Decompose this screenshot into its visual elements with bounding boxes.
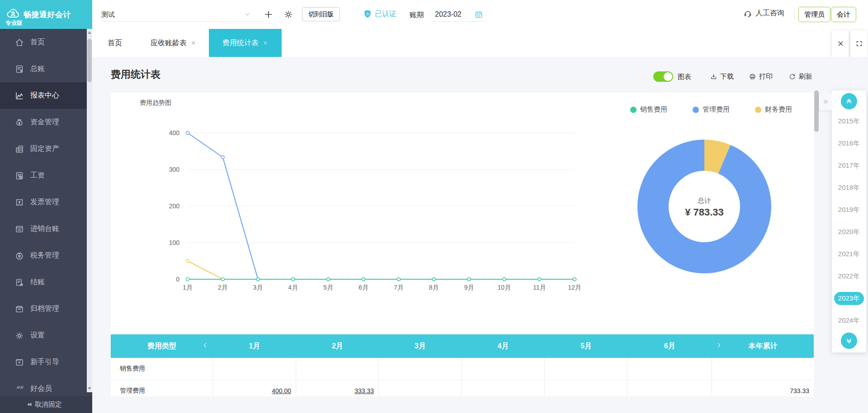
legend-item[interactable]: 财务费用 [755,105,792,114]
close-icon [837,40,844,47]
brand-logo[interactable]: 畅捷通好会计 专业版 [0,0,92,29]
chevron-down-icon[interactable] [243,10,251,19]
download-button[interactable]: 下载 [710,72,734,81]
tab-expense-summary[interactable]: 费用统计表 [209,29,282,57]
svg-text:8月: 8月 [429,284,439,291]
column-label: 5月 [580,342,592,351]
period-value[interactable]: 2023-02 [435,10,462,19]
year-item[interactable]: 2023年 [832,287,866,310]
chevron-right-icon [715,341,723,349]
sidebar-scrollbar[interactable] [87,29,92,392]
sidebar-scrollbar-thumb[interactable] [87,39,92,82]
tab-close-icon[interactable] [263,40,268,46]
year-item[interactable]: 2015年 [832,110,866,132]
svg-text:0: 0 [176,276,179,283]
sidebar-item-tax[interactable]: 税务管理 [0,242,87,269]
sidebar-item-report-center[interactable]: 报表中心 [0,82,87,109]
year-panel-collapse-handle[interactable] [819,93,832,110]
svg-text:9月: 9月 [464,284,474,291]
chevrons-right-icon [821,98,830,106]
table-column-header: 5月 [545,334,627,358]
legend-dot-icon [693,107,699,113]
year-item[interactable]: 2019年 [832,199,866,221]
year-item[interactable]: 2018年 [832,177,866,199]
refresh-button[interactable]: 刷新 [788,72,812,81]
close-icon [263,40,268,46]
certified-shield-icon: 企 [363,9,373,19]
sidebar-item-label: 新手引导 [30,357,59,367]
year-list: 2015年2016年2017年2018年2019年2020年2021年2022年… [832,110,866,332]
tab-home[interactable]: 首页 [108,29,122,57]
year-item[interactable]: 2024年 [832,310,866,332]
add-account-button[interactable] [263,9,274,20]
download-label: 下载 [720,72,734,81]
sidebar-item-guide[interactable]: 新手引导 [0,349,87,375]
year-item[interactable]: 2016年 [832,132,866,155]
legend-item[interactable]: 销售费用 [630,105,667,114]
content-area: 费用统计表 图表 下载 打印 刷新 01002003004001月2月3月4月5… [92,57,868,413]
support-button[interactable]: 人工咨询 [743,9,784,18]
table-column-header: 6月 [627,334,712,358]
sidebar-item-label: 税务管理 [30,251,59,260]
legend-label: 管理费用 [703,105,730,114]
year-item[interactable]: 2022年 [832,265,866,287]
unpin-label: 取消固定 [35,400,62,409]
certified-badge[interactable]: 企 已认证 [363,9,396,19]
top-bar: 测试 切到旧版 企 已认证 账期 2023-02 [92,0,868,29]
table-column-header: 1月 [213,334,296,358]
building-icon [14,144,24,154]
legend-item[interactable]: 管理费用 [693,105,730,114]
table-cell [213,358,296,380]
switch-to-old-version-button[interactable]: 切到旧版 [302,7,340,21]
next-months-button[interactable] [715,341,723,349]
tab-receivable-aging[interactable]: 应收账龄表 [151,29,196,57]
role-accountant-button[interactable]: 会计 [831,7,856,22]
sidebar-item-salary[interactable]: 工资 [0,162,87,189]
sidebar-item-fixed-assets[interactable]: 固定资产 [0,136,87,162]
chevron-left-icon [201,341,209,349]
table-cell [296,358,379,380]
year-item[interactable]: 2020年 [832,221,866,243]
sidebar-item-general-ledger[interactable]: 总账 [0,56,87,82]
table-cell [379,358,462,380]
year-item[interactable]: 2017年 [832,155,866,177]
content-scrollbar-thumb[interactable] [814,90,819,132]
chart-view-toggle[interactable] [653,71,673,82]
sidebar-item-settings[interactable]: 设置 [0,322,87,349]
sidebar-item-membership[interactable]: 好会员 [0,375,87,396]
account-settings-gear-icon[interactable] [283,9,294,20]
salary-doc-icon [14,171,24,181]
scroll-up-arrow-icon[interactable] [88,31,91,34]
svg-text:300: 300 [169,166,180,173]
svg-text:11月: 11月 [533,284,546,291]
report-chart-icon [14,91,24,101]
cell-value-link[interactable]: 333.33 [354,387,374,394]
scroll-down-arrow-icon[interactable] [88,387,91,390]
year-item[interactable]: 2021年 [832,243,866,265]
sidebar-item-closing[interactable]: 结账 [0,269,87,296]
calendar-icon[interactable] [474,10,483,19]
svg-text:400: 400 [169,129,180,136]
year-item-selected: 2023年 [834,292,864,305]
unpin-sidebar-button[interactable]: 取消固定 [0,396,92,413]
sidebar-item-archive[interactable]: 归档管理 [0,296,87,322]
chart-legend: 销售费用管理费用财务费用 [630,105,792,114]
cell-value-link[interactable]: 400.00 [272,387,291,394]
prev-months-button[interactable] [201,341,209,349]
role-admin-button[interactable]: 管理员 [798,7,830,22]
app-window: 畅捷通好会计 专业版 首页总账报表中心资金管理固定资产工资发票管理进销台账税务管… [0,0,868,413]
years-scroll-up-button[interactable] [841,93,857,109]
closing-book-icon [14,277,24,287]
tab-close-icon[interactable] [191,40,196,46]
sidebar-item-invoice[interactable]: 发票管理 [0,189,87,216]
fullscreen-button[interactable] [850,30,868,57]
sidebar-item-purchase-sales[interactable]: 进销台账 [0,216,87,242]
sidebar-item-home[interactable]: 首页 [0,29,87,56]
company-select[interactable]: 测试 [101,10,115,19]
sidebar-menu: 首页总账报表中心资金管理固定资产工资发票管理进销台账税务管理结账归档管理设置新手… [0,29,87,396]
certified-label: 已认证 [375,9,396,19]
sidebar-item-funds[interactable]: 资金管理 [0,109,87,136]
close-tab-button[interactable] [832,30,849,57]
years-scroll-down-button[interactable] [841,333,857,349]
print-button[interactable]: 打印 [749,72,773,81]
